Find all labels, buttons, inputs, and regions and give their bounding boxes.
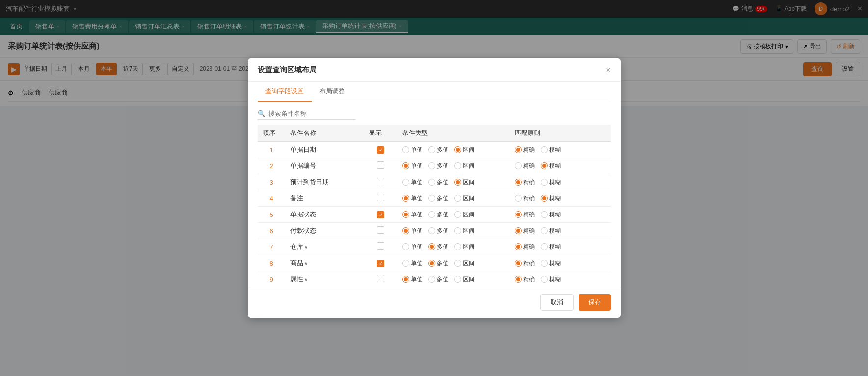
modal-title: 设置查询区域布局: [258, 65, 316, 75]
modal-tab-field-settings[interactable]: 查询字段设置: [258, 82, 312, 102]
modal-body: 查询字段设置 布局调整 🔍 顺序 条件名称 显示: [248, 82, 621, 106]
modal-tab-layout-adjust[interactable]: 布局调整: [312, 82, 353, 102]
modal-tabs: 查询字段设置 布局调整: [258, 82, 611, 102]
modal-overlay: 设置查询区域布局 × 查询字段设置 布局调整 🔍: [0, 0, 868, 106]
modal-header: 设置查询区域布局 ×: [248, 58, 621, 82]
modal-close-button[interactable]: ×: [606, 66, 610, 75]
settings-modal: 设置查询区域布局 × 查询字段设置 布局调整 🔍: [248, 58, 621, 106]
